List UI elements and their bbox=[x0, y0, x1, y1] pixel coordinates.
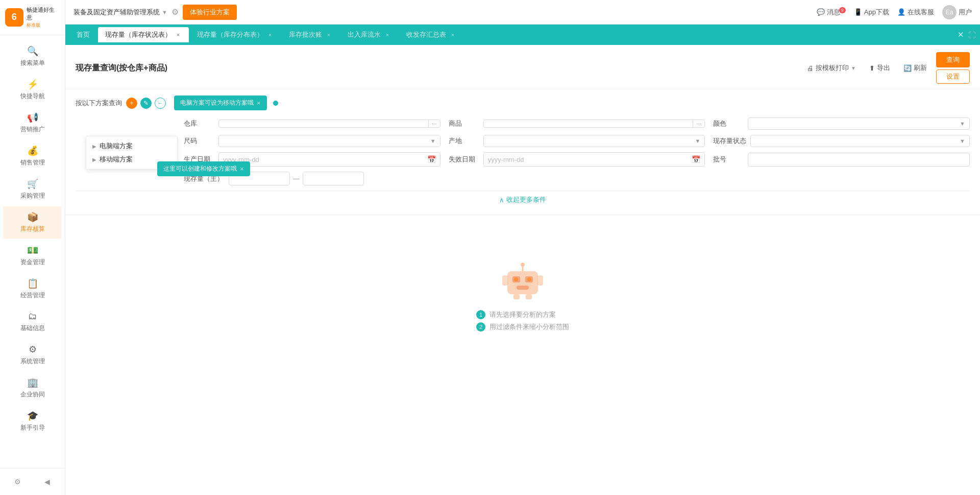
export-btn[interactable]: ⬆ 导出 bbox=[865, 61, 894, 75]
dropdown-arrow-icon: ▼ bbox=[162, 9, 167, 15]
sidebar-item-system[interactable]: ⚙系统管理 bbox=[3, 339, 62, 371]
range-separator: — bbox=[293, 175, 300, 182]
sidebar-item-guide[interactable]: 🎓新手引导 bbox=[3, 405, 62, 437]
expire-date-input[interactable]: yyyy-mm-dd 📅 bbox=[483, 152, 705, 167]
sidebar-item-finance[interactable]: 💵资金管理 bbox=[3, 240, 62, 272]
dot-indicator bbox=[273, 101, 278, 106]
stock-status-select[interactable]: ▼ bbox=[750, 135, 970, 147]
trial-btn[interactable]: 体验行业方案 bbox=[183, 5, 237, 20]
edit-scheme-btn[interactable]: ✎ bbox=[140, 98, 152, 109]
system-title-dropdown[interactable]: 装备及固定资产辅助管理系统 ▼ bbox=[74, 8, 167, 17]
color-arrow-icon: ▼ bbox=[960, 121, 965, 127]
sidebar-collapse-btn[interactable]: ◀ bbox=[40, 475, 54, 489]
tab-inventory-status[interactable]: 现存量（库存状况表）× bbox=[98, 27, 189, 42]
message-badge: 9 bbox=[839, 7, 846, 13]
sidebar-item-search-menu[interactable]: 🔍搜索菜单 bbox=[3, 40, 62, 73]
sidebar-item-operations[interactable]: 📋经营管理 bbox=[3, 273, 62, 305]
print-template-btn[interactable]: 🖨 按模板打印 ▼ bbox=[803, 61, 860, 75]
tab-close-receive-send[interactable]: × bbox=[449, 31, 456, 38]
tab-fullscreen-icon[interactable]: ⛶ bbox=[968, 31, 976, 39]
expire-date-calendar-icon: 📅 bbox=[692, 155, 700, 163]
collapse-btn[interactable]: ∧ 收起更多条件 bbox=[76, 191, 970, 208]
online-service-btn[interactable]: 👤 在线客服 bbox=[897, 8, 934, 17]
export-icon: ⬆ bbox=[869, 64, 875, 72]
tooltip2-close-btn[interactable]: × bbox=[240, 165, 244, 173]
tree-item-pc[interactable]: ▶ 电脑端方案 bbox=[89, 139, 174, 153]
sidebar-item-marketing[interactable]: 📢营销推广 bbox=[3, 107, 62, 139]
brand-name: 畅捷通好生意 bbox=[27, 6, 60, 22]
sidebar-icon-enterprise: 🏢 bbox=[27, 377, 38, 388]
tab-label-receive-send: 收发存汇总表 bbox=[406, 30, 446, 39]
origin-field: 产地 ▼ bbox=[449, 135, 705, 147]
sidebar-item-quick-nav[interactable]: ⚡快捷导航 bbox=[3, 74, 62, 106]
message-btn[interactable]: 💬 消息 9 bbox=[817, 8, 846, 17]
expire-date-placeholder: yyyy-mm-dd bbox=[488, 156, 524, 163]
batch-input[interactable] bbox=[748, 153, 970, 167]
sidebar-item-inventory[interactable]: 📦库存核算 bbox=[3, 206, 62, 239]
goods-value bbox=[484, 121, 693, 126]
prod-date-calendar-icon: 📅 bbox=[427, 155, 436, 163]
collapse-label: 收起更多条件 bbox=[506, 195, 546, 204]
user-avatar-btn[interactable]: Ea 用户 bbox=[942, 5, 972, 19]
prod-date-input[interactable]: yyyy-mm-dd 📅 bbox=[218, 152, 440, 167]
service-icon: 👤 bbox=[897, 8, 905, 16]
sidebar-item-basic-info[interactable]: 🗂基础信息 bbox=[3, 306, 62, 338]
sidebar-icon-inventory: 📦 bbox=[27, 211, 38, 223]
export-label: 导出 bbox=[877, 63, 890, 73]
batch-label: 批号 bbox=[713, 155, 744, 164]
sidebar-item-purchase[interactable]: 🛒采购管理 bbox=[3, 173, 62, 205]
tab-close-inventory-dist[interactable]: × bbox=[266, 31, 274, 38]
set-btn[interactable]: 设置 bbox=[936, 69, 970, 84]
tab-receive-send[interactable]: 收发存汇总表× bbox=[399, 27, 463, 42]
warehouse-more-btn[interactable]: ··· bbox=[428, 120, 440, 127]
top-header: 装备及固定资产辅助管理系统 ▼ ⚙ 体验行业方案 💬 消息 9 📱 App下载 … bbox=[65, 0, 980, 25]
expire-date-label: 失效日期 bbox=[449, 155, 479, 164]
origin-select[interactable]: ▼ bbox=[483, 135, 705, 147]
size-select[interactable]: ▼ bbox=[218, 135, 440, 147]
sidebar-icon-operations: 📋 bbox=[27, 278, 38, 289]
tab-label-home: 首页 bbox=[77, 30, 90, 39]
sidebar-item-enterprise[interactable]: 🏢企业协同 bbox=[3, 372, 62, 404]
add-scheme-btn[interactable]: + bbox=[126, 98, 137, 109]
tab-label-inventory-status: 现存量（库存状况表） bbox=[105, 30, 172, 39]
tab-home[interactable]: 首页 bbox=[69, 27, 97, 42]
content-area: 现存量查询(按仓库+商品) 🖨 按模板打印 ▼ ⬆ 导出 🔄 刷新 bbox=[65, 45, 980, 495]
sidebar-icon-search-menu: 🔍 bbox=[27, 45, 38, 57]
user-label: 用户 bbox=[959, 8, 972, 17]
size-field: 尺码 ▼ bbox=[184, 135, 440, 147]
tab-in-out-flow[interactable]: 出入库流水× bbox=[340, 27, 398, 42]
app-download-btn[interactable]: 📱 App下载 bbox=[854, 8, 889, 17]
page-header-actions: 🖨 按模板打印 ▼ ⬆ 导出 🔄 刷新 查询 设置 bbox=[803, 52, 970, 84]
tab-batch-account[interactable]: 库存批次账× bbox=[282, 27, 339, 42]
tab-close-all-icon[interactable]: ✕ bbox=[958, 30, 964, 39]
print-label: 按模板打印 bbox=[816, 63, 849, 73]
sidebar-item-sales[interactable]: 💰销售管理 bbox=[3, 140, 62, 172]
sidebar-label-basic-info: 基础信息 bbox=[20, 324, 45, 333]
tooltip1-close-btn[interactable]: × bbox=[257, 99, 261, 107]
tip1-text: 请先选择要分析的方案 bbox=[489, 310, 556, 319]
goods-more-btn[interactable]: ··· bbox=[693, 120, 704, 127]
size-arrow-icon: ▼ bbox=[430, 138, 436, 144]
tab-close-in-out-flow[interactable]: × bbox=[384, 31, 391, 38]
sidebar-label-sales: 销售管理 bbox=[20, 158, 45, 167]
tab-inventory-dist[interactable]: 现存量（库存分布表）× bbox=[190, 27, 281, 42]
color-select[interactable]: ▼ bbox=[748, 117, 970, 130]
refresh-btn[interactable]: 🔄 刷新 bbox=[899, 61, 931, 75]
sidebar-settings-btn[interactable]: ⚙ bbox=[11, 475, 25, 489]
tooltip2-text: 这里可以创建和修改方案哦 bbox=[163, 164, 237, 173]
arrow-left-btn[interactable]: ← bbox=[155, 98, 166, 109]
sidebar: 6 畅捷通好生意 标准版 🔍搜索菜单⚡快捷导航📢营销推广💰销售管理🛒采购管理📦库… bbox=[0, 0, 65, 495]
warehouse-select[interactable]: ··· bbox=[218, 120, 440, 128]
user-avatar: Ea bbox=[942, 5, 957, 19]
size-label: 尺码 bbox=[184, 136, 214, 146]
settings-icon[interactable]: ⚙ bbox=[172, 7, 179, 17]
sidebar-label-inventory: 库存核算 bbox=[20, 225, 45, 233]
tree-item-mobile-label: 移动端方案 bbox=[100, 155, 133, 164]
tab-close-inventory-status[interactable]: × bbox=[175, 31, 182, 38]
goods-select[interactable]: ··· bbox=[483, 120, 705, 128]
tab-close-batch-account[interactable]: × bbox=[325, 31, 332, 38]
sidebar-label-purchase: 采购管理 bbox=[20, 192, 45, 200]
stock-main-to-input[interactable] bbox=[303, 172, 364, 185]
query-btn[interactable]: 查询 bbox=[936, 52, 970, 67]
mobile-icon: 📱 bbox=[854, 8, 862, 16]
